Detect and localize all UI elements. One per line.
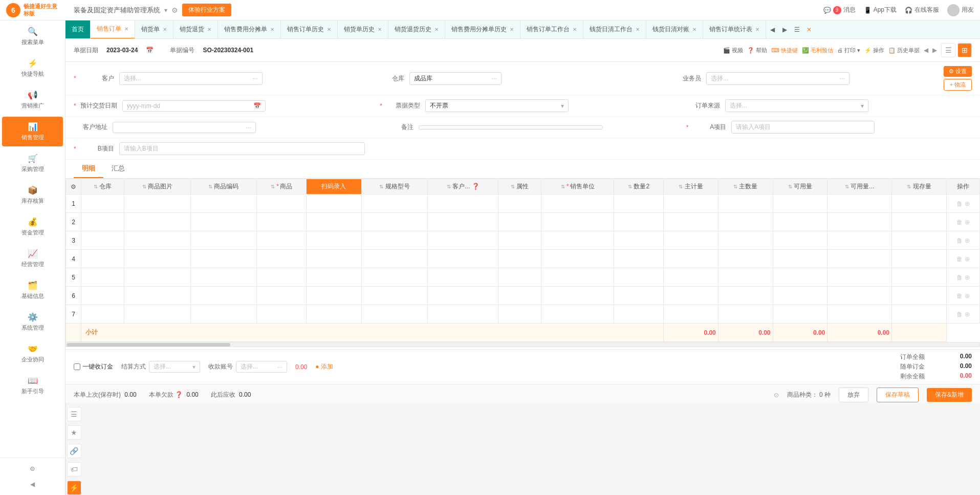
quick-payment-checkbox[interactable]: 一键收订金: [74, 362, 113, 371]
tab-sales-bill-history[interactable]: 销货单历史 ✕: [338, 20, 388, 39]
col-main-qty[interactable]: ⇅ 主数量: [718, 179, 773, 195]
action-help[interactable]: ❓ 帮助: [747, 47, 767, 54]
customer-input[interactable]: 选择... ···: [119, 72, 263, 85]
tab-sales-return[interactable]: 销货退货 ✕: [173, 20, 218, 39]
action-history[interactable]: 📋 历史单据: [888, 47, 920, 54]
delete-icon[interactable]: 🗑: [956, 274, 963, 281]
tab-return-history[interactable]: 销货退货历史 ✕: [388, 20, 445, 39]
salesperson-more-icon[interactable]: ···: [840, 75, 845, 82]
nav-next-icon[interactable]: ▶: [932, 47, 937, 54]
ticket-dropdown-icon[interactable]: ▾: [561, 102, 564, 110]
action-operate[interactable]: ⚡ 操作: [864, 47, 884, 54]
sidebar-item-marketing[interactable]: 📢 营销推广: [2, 85, 63, 115]
action-video[interactable]: 🎬 视频: [723, 47, 743, 54]
nav-prev-icon[interactable]: ◀: [924, 47, 928, 54]
sidebar-item-enterprise[interactable]: 🤝 企业协同: [2, 339, 63, 369]
app-download-item[interactable]: 📱 App下载: [864, 6, 897, 14]
sidebar-settings-btn[interactable]: ⚙: [2, 462, 63, 476]
delete-icon[interactable]: 🗑: [956, 311, 963, 318]
tab-close-return-history[interactable]: ✕: [434, 27, 439, 32]
dropdown-icon[interactable]: ▾: [164, 7, 167, 14]
tab-close-daily-workbench[interactable]: ✕: [636, 27, 640, 32]
save-new-btn[interactable]: 保存&新增: [927, 388, 972, 402]
tab-close-sales-return[interactable]: ✕: [207, 27, 211, 32]
copy-icon[interactable]: ⊕: [965, 219, 970, 226]
col-qty2[interactable]: ⇅ 数量2: [614, 179, 664, 195]
receipt-select[interactable]: 选择... ···: [236, 361, 287, 373]
goods-count-icon[interactable]: ⊙: [774, 392, 779, 399]
tab-close-sales-expense[interactable]: ✕: [270, 27, 274, 32]
col-warehouse[interactable]: ⇅ 仓库: [81, 179, 124, 195]
settings-icon[interactable]: ⚙: [171, 6, 178, 14]
tab-order-workbench[interactable]: 销售订单工作台 ✕: [520, 20, 583, 39]
copy-icon[interactable]: ⊕: [965, 237, 970, 244]
settings-action-btn[interactable]: ⚙ 设置: [944, 66, 972, 77]
tab-summary[interactable]: 汇总: [103, 160, 133, 178]
scrollbar-thumb[interactable]: [67, 343, 230, 347]
tab-sales-bill[interactable]: 销货单 ✕: [135, 20, 173, 39]
tab-daily-account[interactable]: 钱货日清对账 ✕: [646, 20, 703, 39]
grid-view-icon[interactable]: ⊞: [957, 43, 972, 57]
sidebar-item-inventory[interactable]: 📦 库存核算: [2, 180, 63, 210]
message-item[interactable]: 💬 9 消息: [823, 6, 856, 14]
tab-close-bill-history[interactable]: ✕: [378, 27, 382, 32]
address-input[interactable]: ···: [113, 122, 256, 133]
delete-icon[interactable]: 🗑: [956, 237, 963, 244]
col-avail-qty[interactable]: ⇅ 可用量: [773, 179, 827, 195]
delete-icon[interactable]: 🗑: [956, 200, 963, 207]
col-avail-qty2[interactable]: ⇅ 可用量...: [827, 179, 892, 195]
tab-daily-workbench[interactable]: 钱货日清工作台 ✕: [583, 20, 646, 39]
tab-close-expense-history[interactable]: ✕: [510, 27, 514, 32]
logistics-btn[interactable]: + 物流: [944, 79, 972, 91]
online-service-item[interactable]: 🎧 在线客服: [905, 6, 939, 14]
list-view-icon[interactable]: ☰: [941, 43, 955, 57]
right-panel-icon-2[interactable]: ★: [67, 425, 81, 440]
sidebar-item-search[interactable]: 🔍 搜索菜单: [2, 21, 63, 51]
user-item[interactable]: 用友: [947, 4, 974, 16]
col-product-img[interactable]: ⇅ 商品图片: [124, 179, 191, 195]
tab-sales-expense[interactable]: 销售费用分摊单 ✕: [218, 20, 281, 39]
tab-detail[interactable]: 明细: [74, 160, 103, 178]
action-print[interactable]: 🖨 打印 ▾: [837, 47, 860, 54]
payment-dropdown-icon[interactable]: ▾: [192, 363, 195, 371]
sidebar-item-sales[interactable]: 📊 销售管理: [2, 117, 63, 146]
calendar-icon[interactable]: 📅: [146, 47, 154, 54]
payment-select[interactable]: 选择... ▾: [149, 361, 200, 373]
delete-icon[interactable]: 🗑: [956, 292, 963, 299]
sidebar-item-operation[interactable]: 📈 经营管理: [2, 244, 63, 273]
discard-btn[interactable]: 放弃: [839, 388, 868, 402]
note-input[interactable]: [419, 125, 603, 130]
tab-close-sales-order[interactable]: ✕: [124, 26, 128, 32]
customer-more-icon[interactable]: ···: [253, 75, 258, 82]
col-unit[interactable]: ⇅ *销售单位: [541, 179, 614, 195]
sidebar-item-system[interactable]: ⚙️ 系统管理: [2, 307, 63, 337]
industry-btn[interactable]: 体验行业方案: [182, 4, 231, 16]
col-scan[interactable]: 扫码录入: [306, 179, 361, 195]
delivery-calendar-icon[interactable]: 📅: [253, 102, 261, 110]
col-product[interactable]: ⇅ *商品: [257, 179, 307, 195]
sidebar-item-purchase[interactable]: 🛒 采购管理: [2, 148, 63, 178]
salesperson-input[interactable]: 选择... ···: [706, 72, 850, 85]
delete-icon[interactable]: 🗑: [956, 219, 963, 226]
tab-sales-order-history[interactable]: 销售订单历史 ✕: [281, 20, 338, 39]
warehouse-select[interactable]: 成品库 ···: [409, 72, 502, 85]
a-project-input[interactable]: 请输入A项目: [731, 121, 875, 134]
tab-next-btn[interactable]: ▶: [778, 20, 791, 39]
right-panel-icon-5[interactable]: ⚡: [67, 481, 81, 495]
sidebar-item-finance[interactable]: 💰 资金管理: [2, 212, 63, 242]
copy-icon[interactable]: ⊕: [965, 292, 970, 299]
sidebar-item-quicknav[interactable]: ⚡ 快捷导航: [2, 53, 63, 83]
action-profit[interactable]: 💹 毛利预估: [802, 47, 833, 54]
tab-close-sales-bill[interactable]: ✕: [163, 27, 167, 32]
tab-sales-stats[interactable]: 销售订单统计表 ✕: [703, 20, 766, 39]
sidebar-collapse-btn[interactable]: ◀: [2, 478, 63, 491]
tab-close-order-workbench[interactable]: ✕: [573, 27, 577, 32]
col-attr[interactable]: ⇅ 属性: [498, 179, 541, 195]
warehouse-more-icon[interactable]: ···: [492, 75, 497, 82]
tab-home[interactable]: 首页: [66, 20, 91, 39]
tab-close-order-history[interactable]: ✕: [327, 27, 331, 32]
action-shortcut[interactable]: ⌨ 快捷键: [771, 47, 798, 54]
col-main-uom[interactable]: ⇅ 主计量: [663, 179, 718, 195]
right-panel-icon-3[interactable]: 🔗: [67, 444, 81, 458]
save-draft-btn[interactable]: 保存草稿: [877, 388, 919, 402]
